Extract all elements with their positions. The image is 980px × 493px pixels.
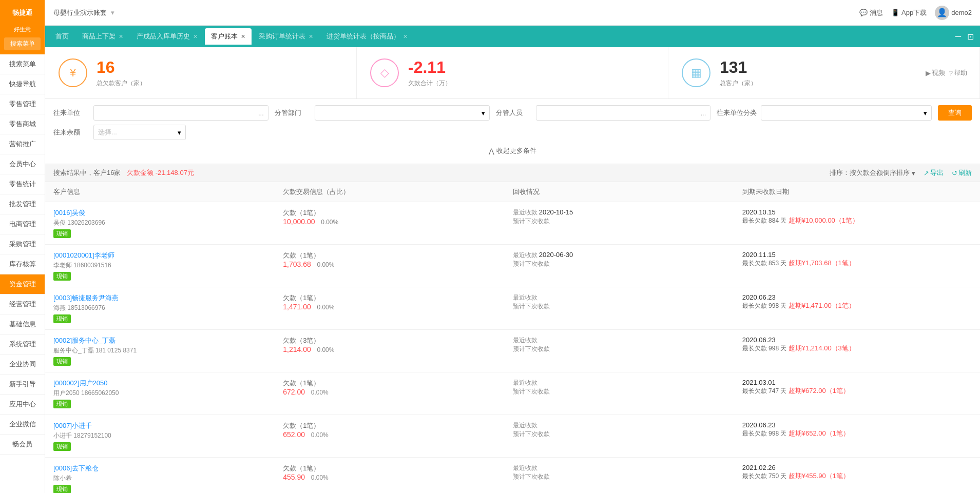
filter-label-unit: 往来单位 [53,108,89,117]
tabbar: 首页商品上下架✕产成品入库单历史✕客户账本✕采购订单统计表✕进货单统计表（按商品… [45,26,980,47]
sidebar-item-经营管理[interactable]: 经营管理 [0,294,45,314]
tab-product-online-offline[interactable]: 商品上下架✕ [76,28,129,45]
sidebar-item-快捷导航[interactable]: 快捷导航 [0,74,45,94]
overdue-amount-link[interactable]: 超期¥652.00（1笔） [789,429,850,437]
sidebar-item-基础信息[interactable]: 基础信息 [0,314,45,334]
topbar-dropdown-icon[interactable]: ▾ [111,9,114,16]
debt-amount: 1,703.68 [283,260,311,268]
sidebar-item-会员中心[interactable]: 会员中心 [0,154,45,174]
recovery-info: 最近收款 预计下次收款 [513,464,742,481]
tab-close-icon[interactable]: ✕ [119,33,123,40]
debt-percent: 0.00% [311,431,329,439]
col-header-customer: 客户信息 [53,187,283,196]
sidebar-item-新手引导[interactable]: 新手引导 [0,374,45,395]
app-download-button[interactable]: 📱 App下载 [891,8,927,17]
overdue-amount-link[interactable]: 超期¥1,214.00（3笔） [789,344,855,352]
sidebar-item-label: 新手引导 [9,380,36,388]
user-menu-button[interactable]: 👤 demo2 [935,6,972,20]
sidebar-item-电商管理[interactable]: 电商管理 [0,214,45,234]
search-menu-button[interactable]: 搜索菜单 [4,37,41,50]
filter-select-balance[interactable]: 选择... ▾ [93,125,186,140]
customer-info: [0007]小进千 小进千 18279152100 现销 [53,421,283,451]
video-button[interactable]: ▶ 视频 [926,68,945,77]
tab-customer-account[interactable]: 客户账本✕ [205,28,252,45]
filter-item-balance: 往来余额 选择... ▾ [53,125,972,140]
filter-input-person[interactable]: ... [536,105,711,121]
sidebar-item-系统管理[interactable]: 系统管理 [0,334,45,354]
sidebar-item-资金管理[interactable]: 资金管理 [0,274,45,294]
tab-inbound-stats-by-product[interactable]: 进货单统计表（按商品）✕ [320,28,414,45]
overdue-info: 2020.06.23 最长欠款 998 天 超期¥652.00（1笔） [742,421,972,438]
sidebar-item-采购管理[interactable]: 采购管理 [0,234,45,254]
table-area: 客户信息 欠款交易信息（占比） 回收情况 到期未收款日期 [0016]吴俊 吴俊… [45,182,980,493]
overdue-amount-link[interactable]: 超期¥455.90（1笔） [789,472,850,480]
customer-name-link[interactable]: [0016]吴俊 [53,208,283,218]
overdue-amount-link[interactable]: 超期¥1,703.68（1笔） [789,259,855,267]
sidebar-item-企业微信[interactable]: 企业微信 [0,415,45,435]
customer-name-link[interactable]: [0002]服务中心_丁磊 [53,336,283,345]
filter-select-category[interactable]: ▾ [761,105,932,121]
overdue-amount-link[interactable]: 超期¥10,000.00（1笔） [789,216,859,224]
overdue-amount-link[interactable]: 超期¥672.00（1笔） [789,387,850,395]
tab-close-icon[interactable]: ✕ [403,33,408,40]
sidebar-item-label: 应用中心 [9,400,36,408]
sidebar-item-零售统计[interactable]: 零售统计 [0,174,45,194]
minimize-button[interactable]: ─ [953,30,963,44]
customer-name-link[interactable]: [0007]小进千 [53,421,283,430]
overdue-date: 2020.06.23 [742,336,972,344]
sidebar-item-应用中心[interactable]: 应用中心 [0,395,45,415]
sidebar-item-畅会员[interactable]: 畅会员 [0,435,45,455]
customer-name-link[interactable]: [000002]用户2050 [53,379,283,388]
sidebar-item-label: 经营管理 [9,300,36,308]
tab-home[interactable]: 首页 [49,28,75,45]
export-icon: ↗ [924,169,929,177]
sidebar-item-零售管理[interactable]: 零售管理 [0,94,45,114]
table-row: [0002]服务中心_丁磊 服务中心_丁磊 181 0125 8371 现销 欠… [45,330,980,372]
tab-close-icon[interactable]: ✕ [309,33,313,40]
results-bar: 搜索结果中，客户16家 欠款金额 -21,148.07元 排序：按欠款金额倒序排… [45,164,980,182]
maximize-button[interactable]: ⊡ [965,30,976,44]
filter-select-dept[interactable]: ▾ [315,105,490,121]
sidebar-item-label: 会员中心 [9,160,36,168]
tab-product-inbound-history[interactable]: 产成品入库单历史✕ [130,28,204,45]
stat-info-debt-total: -2.11 欠款合计（万） [408,58,656,88]
filter-input-unit[interactable]: ... [93,105,268,121]
debt-icon-circle: ¥ [59,58,87,87]
sidebar-item-label: 零售统计 [9,180,36,188]
sidebar-item-零售商城[interactable]: 零售商城 [0,114,45,134]
next-payment-label: 预计下次收款 [513,345,742,353]
debt-total-text: 欠款金额 -21,148.07元 [127,169,194,176]
overdue-amount-link[interactable]: 超期¥1,471.00（1笔） [789,302,855,309]
total-debt-customers-number: 16 [97,58,344,77]
sidebar-item-label: 零售管理 [9,100,36,108]
table-row: [0001020001]李老师 李老师 18600391516 现销 欠款（1笔… [45,245,980,287]
sidebar-item-批发管理[interactable]: 批发管理 [0,194,45,214]
sort-dropdown[interactable]: 排序：按欠款金额倒序排序 ▾ [830,168,915,178]
stat-card-actions: ▶ 视频 ? 帮助 [926,68,967,77]
message-button[interactable]: 💬 消息 [859,8,883,17]
customer-name-link[interactable]: [0006]去下粮仓 [53,464,283,473]
next-payment-label: 预计下次收款 [513,472,742,481]
debt-amount: 10,000.00 [283,218,315,226]
help-button[interactable]: ? 帮助 [949,68,967,77]
customer-name-link[interactable]: [0001020001]李老师 [53,251,283,260]
search-button[interactable]: 查询 [938,105,972,121]
sidebar-item-企业协同[interactable]: 企业协同 [0,354,45,374]
tab-close-icon[interactable]: ✕ [193,33,198,40]
sidebar-item-库存核算[interactable]: 库存核算 [0,254,45,274]
stat-info-debt: 16 总欠款客户（家） [97,58,344,88]
customer-status-badge: 现销 [53,229,71,238]
next-payment-label: 预计下次收款 [513,430,742,439]
refresh-button[interactable]: ↺ 刷新 [952,168,972,178]
export-button[interactable]: ↗ 导出 [924,168,944,178]
sidebar-item-营销推广[interactable]: 营销推广 [0,134,45,154]
table-row: [0016]吴俊 吴俊 13026203696 现销 欠款（1笔） 10,000… [45,202,980,245]
tab-close-icon[interactable]: ✕ [241,33,245,40]
sidebar-item-搜索菜单[interactable]: 搜索菜单 [0,54,45,74]
collapse-filter-button[interactable]: ⋀ 收起更多条件 [53,144,972,157]
customer-name-link[interactable]: [0003]畅捷服务尹海燕 [53,293,283,303]
content-area: ¥ 16 总欠款客户（家） ◇ -2.11 欠款合计（万） ▦ [45,47,980,493]
customer-status-badge: 现销 [53,357,71,366]
debt-total-number: -2.11 [408,58,656,77]
tab-purchase-order-stats[interactable]: 采购订单统计表✕ [253,28,319,45]
